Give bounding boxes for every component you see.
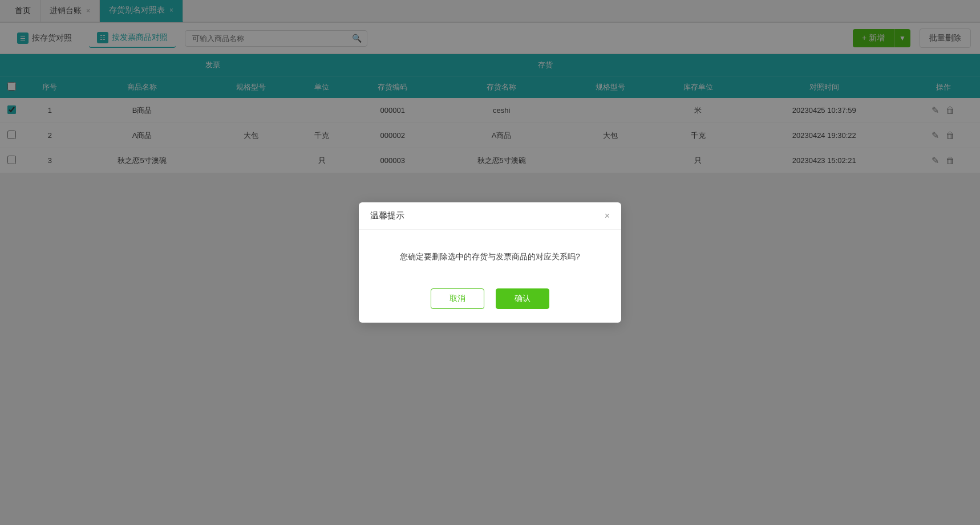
dialog-overlay: 温馨提示 × 您确定要删除选中的存货与发票商品的对应关系吗? 取消 确认 [0, 0, 980, 173]
